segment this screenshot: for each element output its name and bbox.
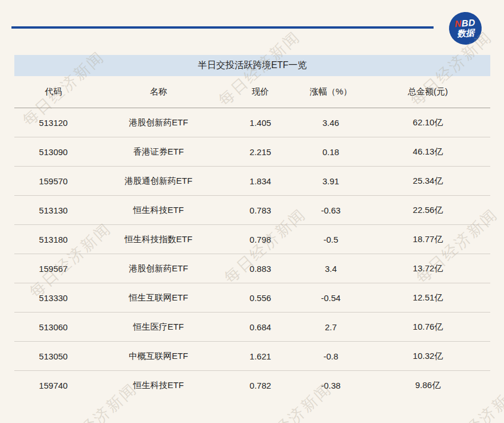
- column-header-name: 名称: [92, 86, 225, 97]
- cell-amount: 9.86亿: [365, 380, 490, 391]
- cell-code: 513330: [14, 293, 92, 303]
- cell-price: 0.556: [225, 293, 296, 303]
- table-title: 半日交投活跃跨境ETF一览: [198, 60, 306, 72]
- cell-change: 0.18: [296, 147, 365, 157]
- etf-table: 代码 名称 现价 涨幅（%） 总金额(元) 513120 港股创新药ETF 1.…: [14, 76, 490, 400]
- table-row: 513330 恒生互联网ETF 0.556 -0.54 12.51亿: [14, 283, 490, 313]
- cell-amount: 62.10亿: [365, 117, 490, 128]
- table-header-row: 代码 名称 现价 涨幅（%） 总金额(元): [14, 76, 490, 108]
- cell-code: 513180: [14, 235, 92, 244]
- table-row: 513050 中概互联网ETF 1.621 -0.8 10.32亿: [14, 342, 490, 371]
- cell-code: 513130: [14, 205, 92, 215]
- cell-name: 恒生科技ETF: [92, 205, 225, 216]
- cell-change: -0.8: [296, 351, 365, 361]
- column-header-change: 涨幅（%）: [296, 86, 365, 97]
- cell-change: 2.7: [296, 322, 365, 332]
- cell-price: 0.883: [225, 264, 296, 274]
- page: NBD 数据 半日交投活跃跨境ETF一览 代码 名称 现价 涨幅（%） 总金额(…: [0, 0, 504, 423]
- table-row: 513090 香港证券ETF 2.215 0.18 46.13亿: [14, 137, 490, 167]
- cell-name: 恒生科技ETF: [92, 380, 225, 391]
- cell-price: 1.834: [225, 176, 296, 186]
- cell-amount: 10.32亿: [365, 351, 490, 362]
- cell-code: 513090: [14, 147, 92, 157]
- cell-amount: 10.76亿: [365, 322, 490, 333]
- cell-change: -0.5: [296, 235, 365, 244]
- nbd-logo: NBD 数据: [448, 11, 483, 46]
- table-row: 159740 恒生科技ETF 0.782 -0.38 9.86亿: [14, 371, 490, 400]
- nbd-logo-bd: BD: [461, 18, 475, 29]
- table-row: 513120 港股创新药ETF 1.405 3.46 62.10亿: [14, 108, 490, 137]
- cell-price: 0.782: [225, 381, 296, 390]
- cell-price: 0.798: [225, 235, 296, 244]
- cell-name: 港股创新药ETF: [92, 117, 225, 128]
- cell-code: 513050: [14, 351, 92, 361]
- cell-change: 3.4: [296, 264, 365, 274]
- nbd-logo-subtext: 数据: [457, 28, 475, 38]
- cell-amount: 25.34亿: [365, 176, 490, 187]
- cell-price: 1.405: [225, 118, 296, 128]
- cell-name: 恒生互联网ETF: [92, 292, 225, 303]
- cell-change: -0.38: [296, 381, 365, 390]
- cell-price: 1.621: [225, 351, 296, 361]
- table-row: 513180 恒生科技指数ETF 0.798 -0.5 18.77亿: [14, 225, 490, 254]
- cell-amount: 13.72亿: [365, 263, 490, 274]
- cell-change: 3.91: [296, 176, 365, 186]
- column-header-price: 现价: [225, 86, 296, 97]
- table-row: 159570 港股通创新药ETF 1.834 3.91 25.34亿: [14, 167, 490, 196]
- table-title-bar: 半日交投活跃跨境ETF一览: [14, 55, 490, 76]
- cell-change: -0.54: [296, 293, 365, 303]
- cell-price: 0.783: [225, 205, 296, 215]
- header-rule: [11, 26, 434, 29]
- cell-amount: 18.77亿: [365, 234, 490, 245]
- cell-name: 中概互联网ETF: [92, 351, 225, 362]
- cell-code: 513120: [14, 118, 92, 128]
- cell-name: 香港证券ETF: [92, 147, 225, 157]
- cell-amount: 46.13亿: [365, 147, 490, 157]
- cell-amount: 22.56亿: [365, 205, 490, 216]
- cell-name: 港股通创新药ETF: [92, 176, 225, 187]
- cell-code: 159567: [14, 264, 92, 274]
- table-row: 159567 港股创新药ETF 0.883 3.4 13.72亿: [14, 254, 490, 283]
- table-row: 513060 恒生医疗ETF 0.684 2.7 10.76亿: [14, 313, 490, 342]
- cell-price: 0.684: [225, 322, 296, 332]
- table-row: 513130 恒生科技ETF 0.783 -0.63 22.56亿: [14, 196, 490, 225]
- cell-code: 513060: [14, 322, 92, 332]
- cell-name: 港股创新药ETF: [92, 263, 225, 274]
- cell-change: -0.63: [296, 205, 365, 215]
- cell-code: 159740: [14, 381, 92, 390]
- cell-change: 3.46: [296, 118, 365, 128]
- cell-name: 恒生医疗ETF: [92, 322, 225, 333]
- column-header-code: 代码: [14, 86, 92, 97]
- column-header-amount: 总金额(元): [365, 86, 490, 97]
- cell-name: 恒生科技指数ETF: [92, 234, 225, 245]
- cell-amount: 12.51亿: [365, 292, 490, 303]
- cell-code: 159570: [14, 176, 92, 186]
- cell-price: 2.215: [225, 147, 296, 157]
